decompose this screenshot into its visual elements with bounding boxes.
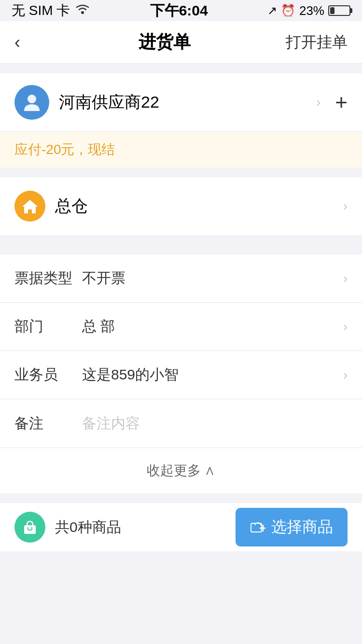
supplier-name[interactable]: 河南供应商22 <box>59 91 316 113</box>
notice-text: 应付-20元，现结 <box>14 142 115 157</box>
location-icon: ↗ <box>267 4 277 17</box>
carrier-label: 无 SIM 卡 <box>12 1 70 20</box>
product-count-label: 共0种商品 <box>55 518 236 537</box>
form-section: 票据类型 不开票 › 部门 总 部 › 业务员 这是859的小智 › 备注 备注… <box>0 254 362 448</box>
status-left: 无 SIM 卡 <box>12 1 90 20</box>
remark-row[interactable]: 备注 备注内容 <box>0 399 362 448</box>
remark-input[interactable]: 备注内容 <box>82 414 348 434</box>
supplier-add-button[interactable]: + <box>335 92 348 113</box>
status-bar: 无 SIM 卡 下午6:04 ↗ ⏰ 23% <box>0 0 362 21</box>
invoice-type-arrow-icon: › <box>343 271 348 286</box>
wifi-icon <box>75 3 90 18</box>
select-product-button[interactable]: 选择商品 <box>236 508 348 546</box>
empty-area <box>0 551 362 644</box>
department-arrow-icon: › <box>343 319 348 335</box>
svg-point-1 <box>28 95 36 103</box>
back-button[interactable]: ‹ <box>14 32 43 53</box>
page-title: 进货单 <box>43 30 286 54</box>
bottom-bar: 共0种商品 选择商品 <box>0 503 362 551</box>
mid-separator <box>0 245 362 254</box>
invoice-type-value: 不开票 <box>82 268 343 288</box>
notice-banner: 应付-20元，现结 <box>0 132 362 168</box>
status-right: ↗ ⏰ 23% <box>267 3 350 18</box>
battery-icon <box>328 5 350 16</box>
status-time: 下午6:04 <box>150 1 208 21</box>
product-icon <box>14 512 45 543</box>
warehouse-section[interactable]: 总仓 › <box>0 177 362 235</box>
supplier-section: 河南供应商22 › + <box>0 73 362 132</box>
salesperson-value: 这是859的小智 <box>82 365 343 385</box>
department-row[interactable]: 部门 总 部 › <box>0 303 362 351</box>
select-product-label: 选择商品 <box>271 517 333 538</box>
warehouse-arrow-icon: › <box>343 198 348 214</box>
invoice-type-label: 票据类型 <box>14 268 82 288</box>
nav-bar: ‹ 进货单 打开挂单 <box>0 21 362 64</box>
warehouse-icon <box>14 191 45 222</box>
svg-point-0 <box>81 11 84 14</box>
content: 河南供应商22 › + 应付-20元，现结 总仓 › 票据类型 不开票 › 部门… <box>0 64 362 644</box>
collapse-label: 收起更多 ∧ <box>147 462 216 480</box>
department-label: 部门 <box>14 317 82 336</box>
remark-label: 备注 <box>14 414 82 434</box>
supplier-avatar <box>14 85 49 120</box>
warehouse-name: 总仓 <box>55 195 343 217</box>
supplier-arrow-icon: › <box>316 95 320 110</box>
alarm-icon: ⏰ <box>281 4 295 17</box>
department-value: 总 部 <box>82 317 343 336</box>
collapse-button[interactable]: 收起更多 ∧ <box>0 448 362 493</box>
top-separator <box>0 64 362 73</box>
salesperson-arrow-icon: › <box>343 367 348 383</box>
battery-label: 23% <box>299 3 324 18</box>
open-pending-button[interactable]: 打开挂单 <box>286 32 348 53</box>
invoice-type-row[interactable]: 票据类型 不开票 › <box>0 254 362 303</box>
salesperson-label: 业务员 <box>14 365 82 385</box>
salesperson-row[interactable]: 业务员 这是859的小智 › <box>0 351 362 399</box>
